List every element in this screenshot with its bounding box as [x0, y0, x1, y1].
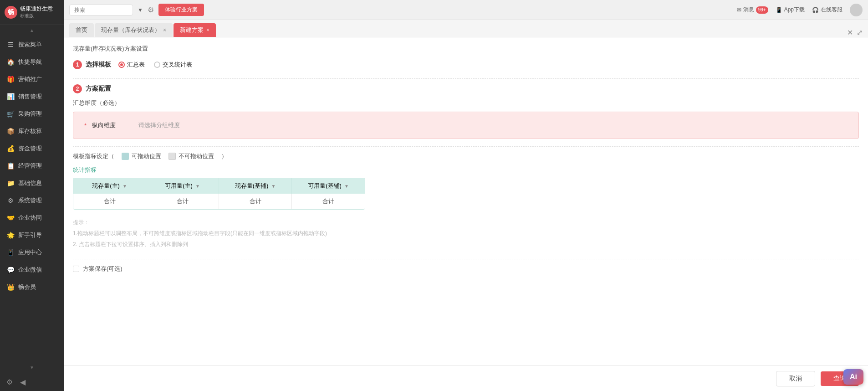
stats-body-col-3: 合计: [292, 194, 365, 209]
sidebar-item-label: 系统管理: [18, 196, 42, 205]
dimension-dash: ——: [121, 122, 133, 129]
sidebar-item-finance[interactable]: 💰 资金管理: [0, 140, 64, 157]
section2-title: 方案配置: [86, 85, 111, 93]
stats-body-col-0: 合计: [73, 194, 146, 209]
stats-body-col-2: 合计: [219, 194, 292, 209]
stats-table-header: 现存量(主) ▼ 可用量(主) ▼ 现存量(基辅) ▼ 可用量(基辅) ▼: [73, 178, 365, 194]
sidebar-nav: ☰ 搜索菜单 🏠 快捷导航 🎁 营销推广 📊 销售管理 🛒 采购管理 📦 库存核…: [0, 36, 64, 362]
radio-summary-circle: [118, 62, 125, 68]
legend-draggable: 可拖动位置: [122, 152, 161, 160]
sidebar-item-label: 经营管理: [18, 162, 42, 170]
save-checkbox[interactable]: [73, 266, 79, 272]
online-service-item[interactable]: 🎧 在线客服: [812, 6, 842, 14]
stats-table-body: 合计 合计 合计 合计: [73, 194, 365, 209]
stats-table: 现存量(主) ▼ 可用量(主) ▼ 现存量(基辅) ▼ 可用量(基辅) ▼: [73, 178, 365, 210]
sidebar-item-label: 企业微信: [18, 266, 42, 274]
tab-inventory-close[interactable]: ×: [163, 27, 166, 33]
money-icon: 💰: [6, 145, 15, 152]
cancel-button[interactable]: 取消: [776, 371, 815, 386]
stats-body-col-1: 合计: [146, 194, 219, 209]
sidebar: 畅 畅康通好生意 标准版 ▲ ☰ 搜索菜单 🏠 快捷导航 🎁 营销推广 📊 销售…: [0, 0, 64, 391]
topbar-gear-icon[interactable]: ⚙: [148, 5, 154, 14]
tips-line-1: 2. 点击标题栏下拉可设置排序、插入列和删除列: [73, 241, 188, 247]
app-edition: 标准版: [20, 13, 53, 19]
sidebar-item-label: 资金管理: [18, 144, 42, 153]
topbar-dropdown[interactable]: ▼: [138, 7, 143, 13]
collapse-icon[interactable]: ◀: [20, 378, 26, 386]
main-area: ▼ ⚙ 体验行业方案 ✉ 消息 99+ 📱 App下载 🎧 在线客服 首页: [64, 0, 868, 391]
sidebar-item-inventory[interactable]: 📦 库存核算: [0, 123, 64, 140]
sidebar-item-label: 搜索菜单: [18, 41, 42, 49]
legend-draggable-box: [122, 153, 129, 160]
expand-icon[interactable]: ⤢: [857, 28, 863, 37]
sidebar-item-label: 新手引导: [18, 231, 42, 239]
sidebar-item-marketing[interactable]: 🎁 营销推广: [0, 71, 64, 88]
operations-icon: 📋: [6, 162, 15, 170]
sidebar-item-system[interactable]: ⚙ 系统管理: [0, 192, 64, 209]
stats-header-col-1: 可用量(主) ▼: [146, 178, 219, 194]
indicator-settings-label: 模板指标设定（: [73, 152, 114, 160]
radio-cross[interactable]: 交叉统计表: [154, 61, 192, 69]
tab-inventory[interactable]: 现存量（库存状况表） ×: [95, 23, 173, 37]
message-label: 消息: [743, 6, 754, 14]
stats-header-col-0: 现存量(主) ▼: [73, 178, 146, 194]
stats-header-col-2: 现存量(基辅) ▼: [219, 178, 292, 194]
legend-not-draggable-box: [168, 153, 176, 160]
legend-draggable-label: 可拖动位置: [132, 152, 161, 160]
sidebar-item-operations[interactable]: 📋 经营管理: [0, 157, 64, 175]
settings-icon[interactable]: ⚙: [6, 378, 13, 386]
stats-col0-dropdown[interactable]: ▼: [123, 184, 127, 189]
sidebar-item-search-menu[interactable]: ☰ 搜索菜单: [0, 36, 64, 53]
radio-summary[interactable]: 汇总表: [118, 61, 145, 69]
indicator-settings-row: 模板指标设定（ 可拖动位置 不可拖动位置 ）: [73, 152, 859, 160]
message-item[interactable]: ✉ 消息 99+: [737, 6, 768, 14]
box-icon: 📦: [6, 128, 15, 135]
section2-header: 2 方案配置: [73, 84, 859, 93]
sidebar-item-app-center[interactable]: 📱 应用中心: [0, 244, 64, 261]
section1-number: 1: [73, 60, 82, 69]
sidebar-item-basic-info[interactable]: 📁 基础信息: [0, 175, 64, 192]
app-download-item[interactable]: 📱 App下载: [776, 6, 805, 14]
sidebar-scroll-down[interactable]: ▼: [0, 362, 64, 373]
stats-col2-dropdown[interactable]: ▼: [271, 184, 276, 189]
stats-col0-label: 现存量(主): [92, 182, 120, 190]
search-menu-icon: ☰: [6, 41, 15, 48]
sidebar-scroll-up[interactable]: ▲: [0, 25, 64, 36]
tab-home[interactable]: 首页: [69, 23, 94, 37]
trial-button[interactable]: 体验行业方案: [158, 4, 204, 16]
app-download-label: App下载: [784, 6, 805, 14]
sidebar-item-newcomer[interactable]: 🌟 新手引导: [0, 226, 64, 244]
user-avatar[interactable]: [850, 4, 863, 16]
sidebar-item-cooperation[interactable]: 🤝 企业协同: [0, 209, 64, 226]
sidebar-item-label: 基础信息: [18, 179, 42, 187]
stats-col1-label: 可用量(主): [165, 182, 193, 190]
search-input[interactable]: [69, 5, 133, 15]
divider-2: [73, 146, 859, 147]
content-area: 现存量(库存状况表)方案设置 1 选择模板 汇总表 交叉统计表: [64, 37, 868, 365]
chart-icon: 📊: [6, 93, 15, 100]
tab-new-scheme-close[interactable]: ×: [206, 27, 209, 33]
tabs-actions: ✕ ⤢: [847, 28, 863, 37]
close-icon[interactable]: ✕: [847, 28, 853, 37]
tab-new-scheme-label: 新建方案: [180, 26, 204, 34]
stats-col3-dropdown[interactable]: ▼: [344, 184, 349, 189]
sidebar-item-quick-nav[interactable]: 🏠 快捷导航: [0, 53, 64, 71]
message-icon: ✉: [737, 7, 741, 13]
sidebar-item-label: 采购管理: [18, 110, 42, 118]
handshake-icon: 🤝: [6, 214, 15, 221]
sidebar-item-purchase[interactable]: 🛒 采购管理: [0, 105, 64, 123]
sidebar-item-member[interactable]: 👑 畅会员: [0, 278, 64, 296]
tips-title: 提示：: [73, 219, 89, 226]
sidebar-item-sales[interactable]: 📊 销售管理: [0, 88, 64, 105]
tab-new-scheme[interactable]: 新建方案 ×: [174, 23, 216, 37]
message-badge: 99+: [756, 6, 768, 14]
ai-button[interactable]: Ai: [843, 369, 863, 385]
dimension-placeholder[interactable]: 请选择分组维度: [138, 121, 180, 129]
home-icon: 🏠: [6, 58, 15, 66]
stats-col1-dropdown[interactable]: ▼: [195, 184, 200, 189]
mobile-icon: 📱: [776, 7, 782, 13]
weixin-icon: 💬: [6, 266, 15, 273]
section1-header: 1 选择模板 汇总表 交叉统计表: [73, 60, 859, 69]
app-icon: 📱: [6, 249, 15, 256]
sidebar-item-weixin[interactable]: 💬 企业微信: [0, 261, 64, 278]
